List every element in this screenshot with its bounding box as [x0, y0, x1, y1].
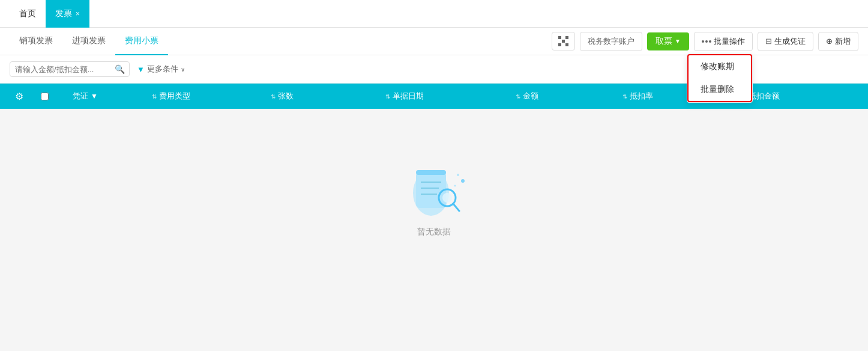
svg-point-11: [454, 185, 456, 187]
add-button[interactable]: ⊕ 新增: [818, 32, 858, 51]
svg-rect-2: [416, 170, 446, 175]
sub-nav-right: 税务数字账户 取票 ▼ 批量操作 修改账期 批量删除 ⊟ 生成凭证: [552, 32, 858, 51]
date-sort-icon[interactable]: ⇅: [385, 93, 390, 100]
batch-operation-container: 批量操作 修改账期 批量删除: [694, 32, 753, 51]
more-filter-button[interactable]: ▼ 更多条件 ∨: [137, 64, 185, 75]
home-nav-item[interactable]: 首页: [10, 8, 46, 19]
svg-point-7: [442, 193, 452, 203]
amount-sort-icon[interactable]: ⇅: [516, 93, 520, 100]
tab-close-icon[interactable]: ×: [76, 10, 80, 18]
th-date: ⇅ 单据日期: [338, 91, 471, 102]
expense-sort-up-icon[interactable]: ⇅: [152, 93, 157, 100]
sub-nav: 销项发票 进项发票 费用小票 税务数字账户 取票 ▼ 批量操作: [0, 28, 868, 55]
invoice-tab[interactable]: 发票 ×: [46, 0, 89, 28]
take-arrow-icon: ▼: [675, 38, 681, 44]
th-settings: ⚙: [5, 91, 34, 102]
batch-dropdown-menu: 修改账期 批量删除: [687, 53, 753, 103]
th-count: ⇅ 张数: [226, 91, 337, 102]
search-input[interactable]: [15, 65, 111, 74]
dropdown-menu-inner: 修改账期 批量删除: [687, 54, 752, 102]
settings-icon[interactable]: ⚙: [15, 91, 23, 102]
search-icon[interactable]: 🔍: [115, 64, 125, 74]
svg-line-8: [453, 204, 459, 211]
sub-nav-purchase[interactable]: 进项发票: [62, 28, 115, 55]
empty-icon: [398, 157, 470, 217]
qr-button[interactable]: [552, 32, 575, 50]
voucher-icon: ⊟: [765, 37, 772, 46]
select-all-checkbox[interactable]: [41, 93, 49, 100]
batch-operation-button[interactable]: 批量操作: [694, 32, 753, 51]
svg-point-10: [461, 179, 465, 183]
take-invoice-button[interactable]: 取票 ▼: [647, 32, 689, 50]
qr-icon: [558, 36, 568, 46]
filter-chevron-icon: ∨: [181, 66, 185, 73]
tax-account-button[interactable]: 税务数字账户: [580, 32, 642, 51]
top-nav: 首页 发票 ×: [0, 0, 868, 28]
voucher-filter-icon[interactable]: ▼: [91, 92, 98, 100]
filter-icon: ▼: [137, 65, 145, 74]
svg-rect-1: [416, 172, 446, 208]
th-amount: ⇅ 金额: [471, 91, 582, 102]
dropdown-item-batch-delete[interactable]: 批量删除: [689, 78, 751, 101]
batch-icon: [702, 40, 711, 43]
th-expense: ⇅ 费用类型: [115, 91, 226, 102]
th-voucher: 凭证 ▼: [55, 91, 115, 102]
sub-nav-expense[interactable]: 费用小票: [115, 28, 168, 55]
th-rate: ⇅ 抵扣率: [582, 91, 693, 102]
sub-nav-sales[interactable]: 销项发票: [10, 28, 62, 55]
search-wrap: 🔍: [10, 61, 130, 77]
dropdown-item-change-period[interactable]: 修改账期: [689, 55, 751, 78]
count-sort-icon[interactable]: ⇅: [271, 93, 276, 100]
generate-voucher-button[interactable]: ⊟ 生成凭证: [758, 32, 813, 51]
th-checkbox: [34, 93, 55, 100]
invoice-tab-label: 发票: [55, 8, 72, 19]
sub-nav-left: 销项发票 进项发票 费用小票: [10, 28, 168, 55]
rate-sort-icon[interactable]: ⇅: [622, 93, 627, 100]
empty-state: 暂无数据: [0, 109, 868, 273]
empty-text: 暂无数据: [417, 227, 451, 237]
add-icon: ⊕: [826, 37, 833, 46]
svg-point-9: [457, 174, 459, 176]
